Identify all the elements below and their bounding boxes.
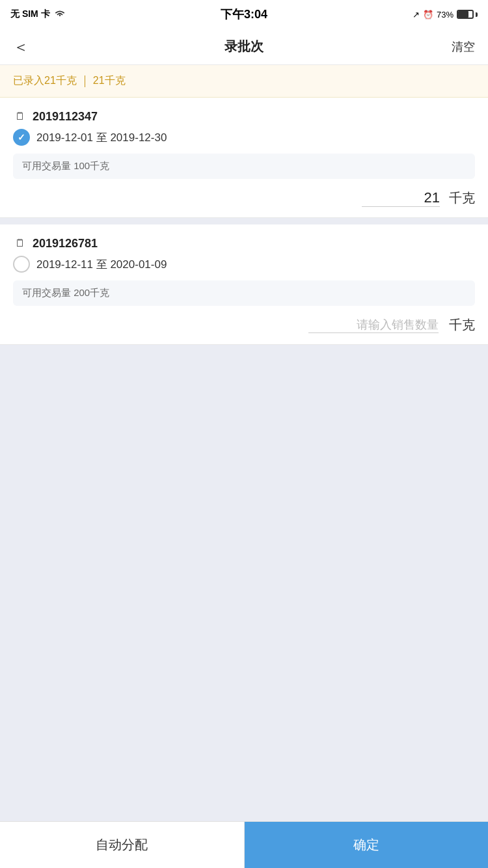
batch-2-radio[interactable] — [13, 256, 30, 273]
batch-2-placeholder: 请输入销售数量 — [357, 317, 439, 332]
main-content: 🗒 2019112347 ✓ 2019-12-01 至 2019-12-30 可… — [0, 98, 488, 868]
batch-id-icon-2: 🗒 — [13, 236, 27, 251]
auto-distribute-button[interactable]: 自动分配 — [0, 822, 245, 868]
battery-icon — [457, 10, 478, 19]
info-banner: 已录入21千克 21千克 — [0, 65, 488, 98]
batch-id-icon-1: 🗒 — [13, 109, 27, 124]
battery-info: ↗ ⏰ 73% — [413, 10, 478, 20]
batch-2-unit: 千克 — [449, 316, 475, 334]
nav-bar: ＜ 录批次 清空 — [0, 29, 488, 65]
batch-item-2: 🗒 2019126781 2019-12-11 至 2020-01-09 可用交… — [0, 224, 488, 306]
location-icon: ↗ — [413, 10, 420, 20]
batch-2-id: 2019126781 — [33, 237, 98, 251]
wifi-icon — [54, 9, 66, 20]
status-bar: 无 SIM 卡 下午3:04 ↗ ⏰ 73% — [0, 0, 488, 29]
recorded-label: 已录入21千克 — [13, 74, 77, 88]
batch-1-radio[interactable]: ✓ — [13, 129, 30, 146]
batch-2-available: 可用交易量 200千克 — [13, 280, 475, 306]
batch-1-date-row[interactable]: ✓ 2019-12-01 至 2019-12-30 — [13, 129, 475, 146]
batch-2-date: 2019-12-11 至 2020-01-09 — [36, 257, 167, 272]
batch-1-amount-row[interactable]: 21 千克 — [0, 179, 488, 218]
batch-1-available: 可用交易量 100千克 — [13, 154, 475, 179]
batch-2-input-row[interactable]: 请输入销售数量 千克 — [0, 306, 488, 345]
alarm-icon: ⏰ — [423, 10, 433, 20]
batch-1-date: 2019-12-01 至 2019-12-30 — [36, 130, 167, 145]
batch-2-input-underline: 请输入销售数量 — [308, 317, 439, 333]
batch-1-amount-underline: 21 — [362, 189, 440, 207]
bottom-bar: 自动分配 确定 — [0, 821, 488, 868]
carrier-info: 无 SIM 卡 — [10, 8, 66, 20]
confirm-button[interactable]: 确定 — [245, 822, 489, 868]
batch-2-date-row[interactable]: 2019-12-11 至 2020-01-09 — [13, 256, 475, 273]
clear-button[interactable]: 清空 — [452, 39, 475, 55]
battery-percent: 73% — [437, 10, 454, 20]
batch-item-1: 🗒 2019112347 ✓ 2019-12-01 至 2019-12-30 可… — [0, 98, 488, 179]
recorded-value: 21千克 — [93, 74, 126, 88]
batch-1-amount: 21 — [424, 189, 440, 206]
batch-1-header: 🗒 2019112347 — [13, 109, 475, 124]
check-mark-1: ✓ — [18, 132, 25, 142]
section-divider — [0, 218, 488, 224]
batch-1-unit: 千克 — [449, 189, 475, 207]
banner-divider — [85, 75, 85, 87]
carrier-text: 无 SIM 卡 — [10, 8, 50, 20]
batch-1-id: 2019112347 — [33, 110, 98, 124]
time-display: 下午3:04 — [221, 7, 267, 22]
page-title: 录批次 — [224, 38, 264, 55]
back-button[interactable]: ＜ — [13, 31, 34, 62]
bottom-spacer — [0, 345, 488, 868]
batch-2-header: 🗒 2019126781 — [13, 236, 475, 251]
